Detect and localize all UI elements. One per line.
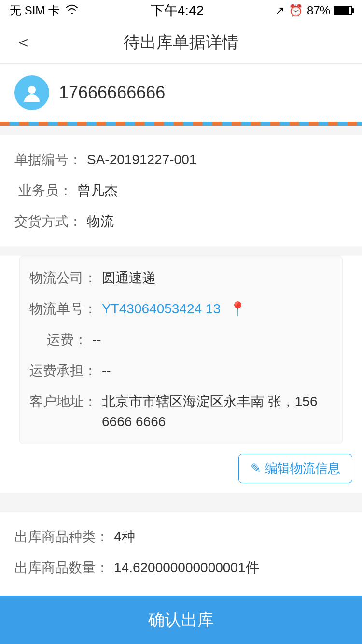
customer-header: 17666666666 — [0, 64, 362, 122]
logistics-section: 物流公司： 圆通速递 物流单号： YT43064053424 13 📍 运费： … — [19, 256, 343, 444]
confirm-button-label: 确认出库 — [148, 609, 214, 631]
goods-types-label: 出库商品种类： — [14, 527, 114, 547]
freight-bear-value: -- — [102, 361, 333, 381]
battery-text: 87% — [307, 4, 330, 17]
logistics-tracking-value: YT43064053424 13 📍 — [102, 299, 333, 319]
freight-value: -- — [92, 330, 333, 350]
freight-row: 运费： -- — [29, 330, 333, 350]
freight-bear-label: 运费承担： — [29, 361, 102, 381]
edit-logistics-label: 编辑物流信息 — [265, 460, 340, 477]
freight-label: 运费： — [29, 330, 92, 350]
delivery-label: 交货方式： — [14, 211, 87, 232]
confirm-button[interactable]: 确认出库 — [0, 596, 362, 644]
goods-quantity-value: 14.620000000000001件 — [114, 558, 348, 578]
battery-icon — [334, 6, 352, 15]
back-button[interactable]: ＜ — [10, 26, 37, 59]
goods-types-value: 4种 — [114, 527, 348, 547]
freight-bear-row: 运费承担： -- — [29, 361, 333, 381]
salesman-label: 业务员： — [14, 181, 77, 201]
alarm-icon: ⏰ — [289, 4, 303, 17]
svg-point-0 — [28, 86, 36, 94]
order-number-value: SA-20191227-001 — [87, 150, 348, 170]
goods-types-row: 出库商品种类： 4种 — [14, 527, 348, 547]
logistics-company-label: 物流公司： — [29, 268, 102, 288]
section-gap-1 — [0, 493, 362, 503]
order-info-section: 单据编号： SA-20191227-001 业务员： 曾凡杰 交货方式： 物流 — [0, 135, 362, 246]
customer-phone: 17666666666 — [59, 83, 165, 103]
edit-icon: ✎ — [251, 461, 261, 476]
address-row: 客户地址： 北京市市辖区海淀区永丰南 张，156 6666 6666 — [29, 392, 333, 432]
avatar — [14, 75, 49, 110]
nav-bar: ＜ 待出库单据详情 — [0, 21, 362, 64]
status-left: 无 SIM 卡 — [10, 3, 79, 18]
logistics-tracking-row: 物流单号： YT43064053424 13 📍 — [29, 299, 333, 319]
logistics-company-value: 圆通速递 — [102, 268, 333, 288]
carrier-text: 无 SIM 卡 — [10, 3, 60, 18]
salesman-row: 业务员： 曾凡杰 — [14, 181, 348, 201]
address-value: 北京市市辖区海淀区永丰南 张，156 6666 6666 — [102, 392, 333, 432]
address-label: 客户地址： — [29, 392, 102, 412]
location-icon: ↗ — [275, 4, 285, 17]
dashed-divider — [0, 122, 362, 126]
goods-quantity-row: 出库商品数量： 14.620000000000001件 — [14, 558, 348, 578]
time-text: 下午4:42 — [151, 1, 204, 20]
order-number-label: 单据编号： — [14, 150, 87, 170]
order-number-row: 单据编号： SA-20191227-001 — [14, 150, 348, 170]
page-title: 待出库单据详情 — [124, 31, 238, 54]
status-bar: 无 SIM 卡 下午4:42 ↗ ⏰ 87% — [0, 0, 362, 21]
salesman-value: 曾凡杰 — [77, 181, 348, 201]
status-right: ↗ ⏰ 87% — [275, 4, 352, 17]
edit-logistics-button[interactable]: ✎ 编辑物流信息 — [238, 454, 352, 483]
logistics-company-row: 物流公司： 圆通速递 — [29, 268, 333, 288]
location-pin-icon: 📍 — [229, 299, 246, 319]
edit-logistics-area: ✎ 编辑物流信息 — [10, 444, 352, 483]
delivery-value: 物流 — [87, 211, 348, 232]
delivery-row: 交货方式： 物流 — [14, 211, 348, 232]
wifi-icon — [65, 4, 79, 17]
logistics-tracking-label: 物流单号： — [29, 299, 102, 319]
goods-quantity-label: 出库商品数量： — [14, 558, 114, 578]
